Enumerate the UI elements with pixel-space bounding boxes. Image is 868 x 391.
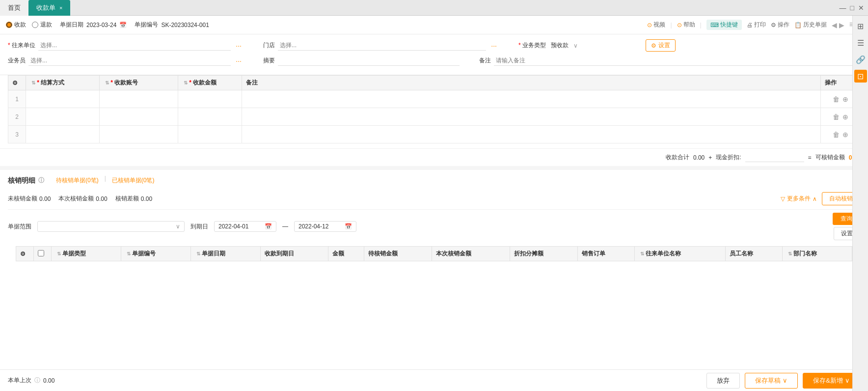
sidebar-expand-icon[interactable]: ⊡	[854, 70, 867, 83]
staff-field: 业务员 ···	[8, 56, 244, 66]
counterparty-input[interactable]	[38, 40, 231, 50]
radio-receive-input[interactable]	[6, 22, 12, 28]
row-3-amount[interactable]	[178, 126, 242, 143]
store-input[interactable]	[278, 40, 486, 50]
table-row: 2 🗑 ⊕	[8, 108, 860, 126]
help-circle-icon: ⊙	[677, 22, 682, 28]
settings-button[interactable]: ⚙ 设置	[646, 39, 676, 52]
biztype-field: 业务类型 预收款 ∨ ⚙ 设置	[518, 39, 676, 52]
hexiao-tab-pending[interactable]: 待核销单据(0笔)	[50, 175, 105, 186]
sidebar-link-icon[interactable]: 🔗	[854, 53, 867, 66]
row-2-settle[interactable]	[26, 108, 100, 126]
row-1-copy-icon[interactable]: ⊕	[842, 95, 848, 103]
calendar-to-icon[interactable]: 📅	[345, 223, 352, 230]
staff-more-btn[interactable]: ···	[234, 57, 244, 65]
bottom-settings-icon[interactable]: ⚙	[20, 251, 26, 257]
col-settings-header: ⚙	[8, 76, 26, 90]
nav-right-icon[interactable]: ▶	[839, 21, 844, 29]
row-3-account[interactable]	[100, 126, 178, 143]
remark-input[interactable]	[494, 56, 860, 65]
row-1-remark[interactable]	[242, 90, 821, 108]
video-circle-icon: ⊙	[647, 22, 652, 28]
number-label: 单据编号	[135, 21, 158, 29]
row-1-delete-icon[interactable]: 🗑	[833, 95, 840, 103]
duedate-label: 到期日	[190, 223, 208, 231]
radio-receive[interactable]: 收款	[6, 21, 26, 29]
bottom-num-label: 本单上次	[8, 376, 31, 385]
date-range-separator: —	[282, 223, 288, 230]
sidebar-list-icon[interactable]: ☰	[854, 36, 867, 49]
save-new-button[interactable]: 保存&新增 ∨	[803, 373, 860, 389]
discount-input[interactable]	[745, 153, 804, 162]
tab-active-label: 收款单	[36, 3, 55, 12]
counterparty-input-wrap	[38, 40, 231, 51]
total-label: 收款合计	[666, 153, 689, 162]
history-btn[interactable]: 📋 历史单据	[794, 21, 827, 29]
row-2-action-icons: 🗑 ⊕	[825, 113, 856, 121]
staff-label: 业务员	[8, 56, 26, 65]
counterparty-label: 往来单位	[8, 41, 35, 50]
col-dept-name-header: ⇅ 部门名称	[782, 247, 852, 261]
more-filter-btn[interactable]: ▽ 更多条件 ∧	[781, 195, 817, 203]
col-settle-header: ⇅ * 结算方式	[26, 76, 100, 90]
equal-label: =	[808, 154, 812, 161]
shortcut-btn[interactable]: ⌨ 快捷键	[706, 20, 742, 30]
row-2-delete-icon[interactable]: 🗑	[833, 113, 840, 121]
row-2-account[interactable]	[100, 108, 178, 126]
tab-active[interactable]: 收款单 ×	[28, 0, 70, 16]
print-icon: 🖨	[747, 22, 753, 28]
row-1-account[interactable]	[100, 90, 178, 108]
counterparty-more-btn[interactable]: ···	[234, 42, 244, 50]
row-1-amount[interactable]	[178, 90, 242, 108]
date-from-field[interactable]	[218, 223, 263, 230]
tab-home[interactable]: 首页	[0, 0, 28, 16]
row-2-remark[interactable]	[242, 108, 821, 126]
col-doc-number-header: ⇅ 单据编号	[121, 247, 190, 261]
range-select[interactable]: ∨	[37, 221, 185, 232]
row-2-amount[interactable]	[178, 108, 242, 126]
row-1-settle[interactable]	[26, 90, 100, 108]
window-max-icon[interactable]: □	[850, 4, 854, 12]
store-input-wrap	[278, 40, 486, 51]
staff-input[interactable]	[28, 56, 231, 65]
bottom-num-info-icon[interactable]: ⓘ	[34, 376, 40, 385]
store-more-btn[interactable]: ···	[489, 42, 499, 50]
col-account-header: ⇅ * 收款账号	[100, 76, 178, 90]
hexiao-info-icon[interactable]: ⓘ	[38, 176, 44, 185]
save-draft-button[interactable]: 保存草稿 ∨	[745, 373, 798, 389]
window-close-icon[interactable]: ✕	[858, 4, 864, 12]
sort-dept-icon: ⇅	[788, 251, 792, 256]
print-btn[interactable]: 🖨 打印	[747, 21, 766, 29]
row-3-copy-icon[interactable]: ⊕	[842, 131, 848, 139]
settings-icon[interactable]: ⚙	[12, 80, 18, 86]
biztype-dropdown-icon[interactable]: ∨	[573, 42, 578, 49]
col-due-date-header: 收款到期日	[260, 247, 328, 261]
select-all-checkbox[interactable]	[38, 250, 44, 256]
discard-button[interactable]: 放弃	[706, 373, 740, 389]
date-to-field[interactable]	[298, 223, 343, 230]
tab-bar-right: — □ ✕	[840, 4, 868, 12]
col-doc-type-header: ⇅ 单据类型	[52, 247, 121, 261]
row-3-remark[interactable]	[242, 126, 821, 143]
save-draft-chevron-icon: ∨	[783, 377, 787, 384]
tab-close-icon[interactable]: ×	[59, 5, 62, 11]
window-min-icon[interactable]: —	[840, 4, 846, 12]
hexiao-tab-done[interactable]: 已核销单据(0笔)	[106, 175, 161, 186]
radio-refund[interactable]: 退款	[32, 21, 52, 29]
nav-left-icon[interactable]: ◀	[832, 21, 837, 29]
help-btn[interactable]: ⊙ 帮助	[677, 21, 695, 29]
radio-refund-input[interactable]	[32, 22, 38, 28]
row-2-copy-icon[interactable]: ⊕	[842, 113, 848, 121]
date-calendar-icon[interactable]: 📅	[119, 22, 127, 28]
calendar-from-icon[interactable]: 📅	[265, 223, 272, 230]
operation-btn[interactable]: ⚙ 操作	[771, 21, 789, 29]
video-btn[interactable]: ⊙ 视频	[647, 21, 665, 29]
summary-input[interactable]	[278, 56, 460, 65]
sidebar-table-icon[interactable]: ⊞	[854, 20, 867, 32]
sort-counterparty-icon: ⇅	[640, 251, 644, 256]
row-3-delete-icon[interactable]: 🗑	[833, 131, 840, 139]
toolbar-right: ⊙ 视频 | ⊙ 帮助 | ⌨ 快捷键 🖨 打印 ⚙ 操作 📋	[647, 20, 862, 30]
plus-label: +	[708, 154, 712, 161]
col-settings2-header: ⚙	[16, 247, 34, 261]
row-3-settle[interactable]	[26, 126, 100, 143]
